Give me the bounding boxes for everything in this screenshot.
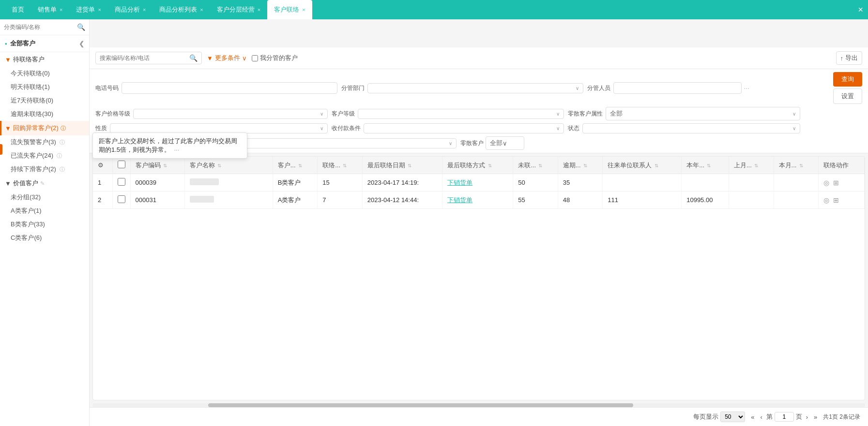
filter-phone: 电话号码 [95, 82, 337, 94]
my-customers-checkbox[interactable] [252, 55, 258, 61]
col-last-date[interactable]: 最后联络日期 ⇅ [362, 157, 442, 174]
close-all-tabs-button[interactable]: × [858, 5, 863, 15]
close-product-analysis-icon[interactable]: × [143, 7, 146, 13]
close-customer-segment-icon[interactable]: × [258, 7, 260, 13]
more-conditions-button[interactable]: ▼ 更多条件 ∨ [207, 54, 247, 62]
last-page-button[interactable]: » [812, 412, 819, 422]
close-purchase-icon[interactable]: × [98, 7, 101, 13]
prev-page-button[interactable]: ‹ [758, 412, 764, 422]
sidebar-item-a-class[interactable]: A类客户(1) [0, 204, 89, 218]
row-1-checkbox[interactable] [118, 178, 125, 186]
sort-this-month-icon: ⇅ [799, 163, 803, 168]
sidebar-item-churned[interactable]: 已流失客户(24) ⓘ [0, 149, 89, 162]
col-uncontact[interactable]: 未联... ⇅ [513, 157, 558, 174]
select-all-checkbox[interactable] [118, 161, 125, 168]
search-input[interactable] [100, 55, 189, 61]
gender-select[interactable]: ∨ [110, 123, 328, 133]
sidebar-item-declining[interactable]: 持续下滑客户(2) ⓘ [0, 162, 89, 176]
col-name[interactable]: 客户名称 ⇅ [184, 157, 273, 174]
gender-arrow-icon: ∨ [320, 126, 323, 131]
nav-product-analysis-list[interactable]: 商品分析列表 × [152, 0, 210, 19]
edit-value-icon[interactable]: ✎ [40, 180, 45, 187]
zero-retail-select[interactable]: 全部 ∨ [486, 136, 524, 150]
sidebar-search-input[interactable] [4, 24, 77, 30]
horizontal-scrollbar[interactable] [92, 403, 865, 407]
export-button[interactable]: ↑ 导出 [836, 51, 863, 65]
phone-input[interactable] [122, 82, 337, 94]
department-select[interactable]: ∨ [367, 83, 583, 93]
top-nav: 首页 销售单 × 进货单 × 商品分析 × 商品分析列表 × 客户分层经营 × … [0, 0, 868, 19]
next-page-button[interactable]: › [804, 412, 810, 422]
sidebar-item-7days[interactable]: 近7天待联络(0) [0, 94, 89, 107]
payment-select[interactable]: ∨ [364, 123, 564, 133]
declining-icon[interactable]: ⓘ [60, 166, 65, 172]
col-last-month[interactable]: 上月... ⇅ [729, 157, 774, 174]
page-input[interactable] [775, 412, 794, 422]
customer-level-arrow-icon: ∨ [556, 111, 560, 117]
sidebar-section-abnormal[interactable]: ▼ 回购异常客户(2) ⓘ [0, 121, 89, 135]
col-level[interactable]: 客户... ⇅ [273, 157, 318, 174]
cell-checkbox-1 [112, 174, 130, 191]
manager-input[interactable] [613, 82, 742, 94]
price-level-select[interactable]: ∨ [133, 109, 328, 119]
query-button[interactable]: 查询 [833, 72, 862, 87]
nav-purchase[interactable]: 进货单 × [69, 0, 107, 19]
more-action-icon-1[interactable]: ⊞ [833, 179, 839, 187]
search-box: 🔍 [95, 52, 202, 64]
cell-action-1: ◎ ⊞ [819, 174, 865, 191]
close-sales-icon[interactable]: × [60, 7, 62, 13]
search-icon[interactable]: 🔍 [189, 54, 198, 62]
sidebar-item-tomorrow[interactable]: 明天待联络(1) [0, 80, 89, 94]
action-buttons: 查询 设置 [833, 72, 862, 104]
cell-last-month-1 [729, 174, 774, 191]
sidebar-section-pending[interactable]: ▼ 待联络客户 [0, 52, 89, 67]
more-action-icon-2[interactable]: ⊞ [833, 196, 839, 204]
nav-home[interactable]: 首页 [5, 0, 31, 19]
sidebar-item-b-class[interactable]: B类客户(33) [0, 218, 89, 231]
nav-customer-segment[interactable]: 客户分层经营 × [210, 0, 267, 19]
col-this-year[interactable]: 本年... ⇅ [682, 157, 729, 174]
cell-this-year-1 [682, 174, 729, 191]
col-overdue[interactable]: 逾期... ⇅ [558, 157, 603, 174]
action-icons-2: ◎ ⊞ [823, 196, 859, 204]
last-method-link-2[interactable]: 下销货单 [447, 196, 472, 204]
sidebar-item-ungrouped[interactable]: 未分组(32) [0, 191, 89, 204]
sidebar-item-c-class[interactable]: C类客户(6) [0, 231, 89, 245]
manager-more-icon[interactable]: ··· [744, 84, 749, 92]
sidebar-section-value[interactable]: ▼ 价值客户 ✎ [0, 176, 89, 191]
sidebar-search-icon[interactable]: 🔍 [77, 23, 85, 31]
table-settings-icon[interactable]: ⚙ [98, 162, 104, 169]
customer-level-select[interactable]: ∨ [358, 109, 564, 119]
status-select[interactable]: ∨ [582, 123, 800, 133]
scroll-thumb[interactable] [208, 403, 633, 407]
col-this-month[interactable]: 本月... ⇅ [774, 157, 819, 174]
col-partner[interactable]: 往来单位联系人 ⇅ [603, 157, 682, 174]
col-last-method[interactable]: 最后联络方式 ⇅ [442, 157, 513, 174]
nav-product-analysis[interactable]: 商品分析 × [108, 0, 152, 19]
col-no: ⚙ [93, 157, 112, 174]
table-header-row: ⚙ 客户编码 ⇅ 客户名称 ⇅ [93, 157, 865, 174]
last-method-link-1[interactable]: 下销货单 [447, 179, 472, 186]
question-icon[interactable]: ⓘ [61, 125, 66, 132]
my-customers-checkbox-area[interactable]: 我分管的客户 [252, 54, 298, 62]
sidebar-item-overdue[interactable]: 逾期未联络(30) [0, 107, 89, 121]
col-code[interactable]: 客户编码 ⇅ [130, 157, 184, 174]
per-page-select[interactable]: 50 20 100 [720, 411, 745, 422]
contact-icon-1[interactable]: ◎ [823, 179, 829, 187]
sidebar-item-churn-warning[interactable]: 流失预警客户(3) ⓘ [0, 135, 89, 149]
zero-retail-attr-select[interactable]: 全部 ∨ [606, 107, 800, 120]
churn-warning-icon[interactable]: ⓘ [60, 139, 65, 145]
settings-button[interactable]: 设置 [833, 88, 862, 104]
sidebar-collapse-icon[interactable]: ❮ [79, 40, 84, 47]
row-2-checkbox[interactable] [118, 195, 125, 203]
sidebar-item-today[interactable]: 今天待联络(0) [0, 67, 89, 80]
sort-contact-icon: ⇅ [343, 163, 347, 168]
close-customer-contact-icon[interactable]: × [302, 7, 305, 13]
churned-icon[interactable]: ⓘ [57, 153, 62, 159]
close-product-analysis-list-icon[interactable]: × [200, 7, 203, 13]
contact-icon-2[interactable]: ◎ [823, 196, 829, 204]
nav-customer-contact[interactable]: 客户联络 × [267, 0, 312, 19]
nav-sales[interactable]: 销售单 × [31, 0, 69, 19]
first-page-button[interactable]: « [749, 412, 756, 422]
col-contact[interactable]: 联络... ⇅ [318, 157, 363, 174]
